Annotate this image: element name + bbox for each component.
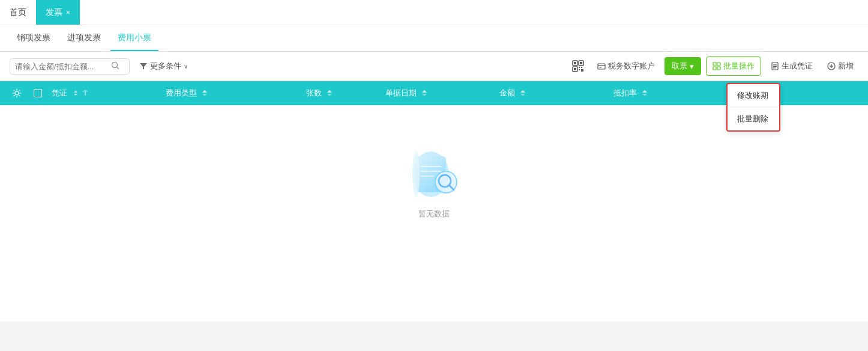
th-amount: 金额: [495, 88, 609, 99]
svg-rect-12: [581, 69, 583, 72]
add-button[interactable]: 新增: [822, 58, 858, 74]
gen-voucher-button[interactable]: 生成凭证: [766, 58, 818, 74]
svg-marker-32: [202, 94, 207, 96]
svg-marker-33: [327, 90, 332, 93]
svg-marker-28: [74, 91, 77, 93]
th-date: 单据日期: [381, 88, 495, 99]
th-count-label: 张数: [306, 88, 322, 99]
search-box[interactable]: [10, 58, 130, 75]
toolbar: 更多条件 ∨ 税务数字账: [0, 52, 868, 81]
svg-point-27: [15, 91, 19, 95]
batch-operation-button[interactable]: 批量操作: [706, 56, 761, 76]
add-label: 新增: [838, 61, 854, 72]
th-voucher: 凭证: [47, 88, 161, 99]
batch-dropdown-menu: 修改账期 批量删除: [726, 83, 780, 132]
th-count: 张数: [301, 88, 381, 99]
svg-marker-34: [327, 94, 332, 96]
svg-marker-31: [202, 90, 207, 93]
th-voucher-label: 凭证: [52, 88, 67, 99]
th-check[interactable]: [29, 89, 47, 97]
svg-rect-6: [580, 62, 582, 64]
svg-rect-17: [717, 63, 720, 66]
gen-voucher-label: 生成凭证: [782, 61, 813, 72]
dropdown-item-batch-delete[interactable]: 批量删除: [728, 107, 779, 130]
qr-button[interactable]: [568, 56, 588, 76]
svg-rect-13: [598, 64, 605, 69]
take-ticket-arrow-icon: ▾: [690, 62, 694, 71]
svg-rect-4: [574, 62, 576, 64]
dropdown-item-change-period[interactable]: 修改账期: [728, 84, 779, 107]
filter-label: 更多条件: [150, 61, 181, 72]
nav-tab-invoice-label: 发票: [46, 7, 62, 18]
take-ticket-button[interactable]: 取票 ▾: [665, 57, 701, 75]
svg-rect-16: [713, 63, 716, 66]
svg-marker-40: [642, 94, 647, 96]
toolbar-right: 税务数字账户 取票 ▾ 批量操作 生成凭证: [568, 56, 858, 76]
svg-line-1: [117, 67, 119, 69]
svg-marker-2: [140, 63, 147, 69]
svg-rect-9: [579, 67, 580, 68]
th-expense-type: 费用类型: [161, 88, 301, 99]
svg-marker-29: [74, 94, 77, 96]
empty-state-icon: [398, 141, 470, 201]
tab-purchase-label: 进项发票: [67, 32, 101, 43]
svg-rect-30: [85, 91, 86, 96]
filter-arrow-icon: ∨: [184, 63, 188, 70]
th-date-label: 单据日期: [385, 88, 417, 99]
search-input[interactable]: [15, 62, 111, 71]
svg-rect-18: [713, 67, 716, 70]
empty-state-text: 暂无数据: [418, 209, 450, 219]
batch-operation-label: 批量操作: [723, 61, 755, 72]
th-deduct-rate: 抵扣率: [609, 88, 723, 99]
tab-expense-ticket[interactable]: 费用小票: [110, 25, 158, 51]
svg-rect-11: [579, 69, 580, 70]
svg-point-49: [412, 151, 420, 197]
filter-button[interactable]: 更多条件 ∨: [134, 58, 193, 74]
tab-purchase-invoice[interactable]: 进项发票: [60, 25, 108, 51]
nav-tab-close-icon[interactable]: ×: [66, 8, 70, 17]
tax-account-label: 税务数字账户: [608, 61, 655, 72]
tab-sales-invoice[interactable]: 销项发票: [10, 25, 58, 51]
svg-rect-19: [717, 67, 720, 70]
search-icon[interactable]: [111, 61, 119, 72]
svg-marker-35: [422, 90, 427, 93]
top-nav: 首页 发票 ×: [0, 0, 868, 25]
tab-sales-label: 销项发票: [17, 32, 50, 43]
svg-marker-38: [520, 94, 525, 96]
th-amount-label: 金额: [499, 88, 515, 99]
th-deduct-rate-label: 抵扣率: [613, 88, 637, 99]
th-expense-type-label: 费用类型: [166, 88, 197, 99]
nav-tab-invoice[interactable]: 发票 ×: [36, 0, 80, 25]
svg-marker-36: [422, 94, 427, 96]
svg-marker-37: [520, 90, 525, 93]
svg-marker-39: [642, 90, 647, 93]
svg-rect-8: [574, 68, 576, 70]
th-settings[interactable]: [5, 88, 29, 98]
tax-account-button[interactable]: 税务数字账户: [592, 58, 660, 74]
svg-rect-10: [581, 67, 582, 68]
tab-expense-label: 费用小票: [118, 32, 151, 43]
nav-home[interactable]: 首页: [0, 0, 36, 25]
sub-tabs: 销项发票 进项发票 费用小票: [0, 25, 868, 52]
take-ticket-label: 取票: [672, 61, 687, 72]
